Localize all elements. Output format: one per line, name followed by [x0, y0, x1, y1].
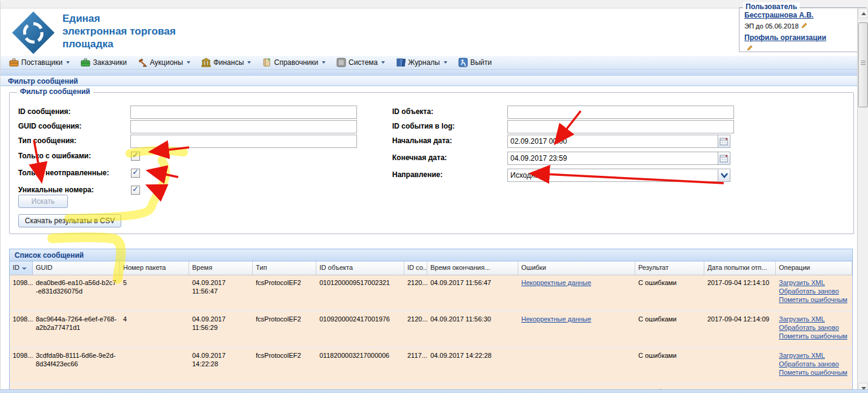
menu-item-system[interactable]: Система	[333, 56, 389, 69]
direction-combo-trigger[interactable]	[718, 169, 730, 182]
cell-time: 04.09.2017 11:56:47	[189, 275, 253, 311]
cell-type: fcsProtocolEF2	[253, 348, 316, 383]
only-errors-checkbox[interactable]	[131, 152, 140, 161]
window-top-strip	[1, 0, 868, 8]
user-cert-text: ЭП до 05.06.2018	[744, 22, 799, 30]
column-header-guid[interactable]: GUID	[33, 261, 120, 275]
cell-time: 04.09.2017 11:56:29	[189, 312, 253, 347]
cell-operations: Загрузить XMLОбработать зановоПометить о…	[776, 348, 852, 383]
cell-guid: 3cdfda9b-8111-6d6e-9e2d-8d34f423ec66	[33, 348, 120, 383]
chevron-down-icon	[381, 61, 385, 64]
table-row[interactable]: 1098... 3cdfda9b-8111-6d6e-9e2d-8d34f423…	[10, 348, 852, 385]
column-header-operations[interactable]: Операции	[776, 261, 852, 275]
mark-error-link[interactable]: Пометить ошибочным	[779, 295, 849, 304]
log-event-id-input[interactable]	[507, 120, 734, 133]
system-icon	[336, 58, 346, 67]
object-id-input[interactable]	[507, 106, 734, 119]
reprocess-link[interactable]: Обработать заново	[779, 323, 849, 332]
chevron-down-icon	[444, 61, 447, 64]
bottom-strip	[1, 389, 868, 393]
label-start-date: Начальная дата:	[392, 136, 452, 145]
mark-error-link[interactable]: Пометить ошибочным	[779, 368, 849, 377]
exit-icon	[458, 58, 468, 67]
edit-org-pencil-icon[interactable]	[746, 43, 753, 54]
reprocess-link[interactable]: Обработать заново	[779, 360, 849, 368]
label-message-id: ID сообщения:	[18, 107, 71, 116]
grid-title: Список сообщений	[10, 249, 852, 261]
edit-cert-pencil-icon[interactable]	[801, 21, 808, 32]
label-unique-numbers: Уникальные номера:	[18, 186, 94, 194]
column-header-end-time[interactable]: Время окончания...	[427, 261, 518, 275]
menu-item-auctions[interactable]: Аукционы	[134, 56, 194, 69]
page-header: Единая электронная торговая площадка Пол…	[1, 8, 868, 56]
load-xml-link[interactable]: Загрузить XML	[779, 315, 849, 323]
column-header-result[interactable]: Результат	[635, 261, 704, 275]
message-id-input[interactable]	[130, 106, 357, 119]
end-date-calendar-button[interactable]	[718, 152, 730, 165]
menu-item-finances[interactable]: Финансы	[198, 56, 255, 69]
scrollbar-thumb[interactable]	[858, 22, 868, 107]
column-header-attempt-date[interactable]: Дата попытки отп...	[704, 261, 776, 275]
cell-operations: Загрузить XMLОбработать зановоПометить о…	[776, 275, 852, 311]
start-date-calendar-button[interactable]	[718, 135, 730, 148]
cell-errors: Некорректные данные	[518, 275, 635, 311]
cell-time: 04.09.2017 14:22:28	[189, 348, 253, 383]
load-xml-link[interactable]: Загрузить XML	[779, 278, 849, 287]
menu-item-suppliers[interactable]: Поставщики	[5, 56, 73, 69]
gavel-icon	[138, 58, 147, 67]
brand-line3: площадка	[62, 38, 176, 50]
column-header-errors[interactable]: Ошибки	[518, 261, 635, 275]
error-link[interactable]: Некорректные данные	[521, 315, 591, 323]
column-header-type[interactable]: Тип	[253, 261, 316, 275]
unique-numbers-checkbox[interactable]	[131, 186, 140, 195]
menu-item-label: Выйти	[470, 58, 492, 67]
arrow-up-icon	[861, 12, 866, 15]
calendar-icon	[719, 137, 729, 146]
menu-item-exit[interactable]: Выйти	[455, 56, 496, 69]
message-type-input[interactable]	[130, 135, 357, 148]
org-profile-link[interactable]: Профиль организации	[744, 33, 826, 42]
label-only-unsent: Только неотправленные:	[18, 169, 109, 177]
page-title: Фильтр сообщений	[1, 76, 868, 86]
cell-id: 1098...	[10, 275, 33, 311]
column-header-id[interactable]: ID	[10, 261, 33, 275]
cell-operations: Загрузить XMLОбработать зановоПометить о…	[776, 312, 852, 347]
cell-object-id: 0109200002417001976	[316, 312, 404, 347]
journals-icon	[396, 58, 406, 67]
cell-guid: 8ac9644a-7264-e6ef-e768-a2b2a77471d1	[33, 312, 120, 347]
table-row[interactable]: 1098... dea0bed6-ea10-a56d-b2c7-e831d326…	[10, 275, 852, 312]
menu-item-journals[interactable]: Журналы	[392, 56, 450, 69]
menu-item-customers[interactable]: Заказчики	[77, 56, 130, 69]
reprocess-link[interactable]: Обработать заново	[779, 287, 849, 295]
brand-line1: Единая	[62, 12, 176, 25]
cell-packet: 4	[120, 312, 189, 347]
column-header-id-so[interactable]: ID со...	[404, 261, 427, 275]
mark-error-link[interactable]: Пометить ошибочным	[779, 332, 849, 340]
menu-item-label: Система	[349, 58, 378, 67]
user-box: Пользователь Бесстрашнова А.В. ЭП до 05.…	[739, 7, 866, 52]
chevron-down-icon	[247, 61, 251, 64]
error-link[interactable]: Некорректные данные	[521, 279, 591, 286]
briefcase-orange-icon	[9, 58, 19, 67]
etp-logo[interactable]	[10, 10, 56, 56]
vertical-scrollbar[interactable]	[857, 8, 868, 393]
download-csv-button[interactable]: Скачать результаты в CSV	[18, 214, 121, 227]
logo-diamond-icon	[10, 10, 56, 56]
end-date-input[interactable]	[507, 152, 718, 165]
column-header-object-id[interactable]: ID объекта	[316, 261, 404, 275]
column-header-time[interactable]: Время	[189, 261, 253, 275]
column-header-packet[interactable]: Номер пакета	[120, 261, 189, 275]
table-row[interactable]: 1098... 8ac9644a-7264-e6ef-e768-a2b2a774…	[10, 312, 852, 348]
user-name-link[interactable]: Бесстрашнова А.В.	[744, 11, 813, 19]
direction-combo-input[interactable]	[507, 169, 718, 182]
load-xml-link[interactable]: Загрузить XML	[779, 351, 849, 360]
scroll-up-button[interactable]	[858, 8, 868, 18]
cell-end-time: 04.09.2017 11:56:47	[427, 275, 518, 311]
menu-item-references[interactable]: Справочники	[258, 56, 329, 69]
only-unsent-checkbox[interactable]	[131, 169, 140, 178]
search-button[interactable]: Искать	[18, 195, 68, 208]
message-guid-input[interactable]	[130, 120, 357, 133]
start-date-input[interactable]	[507, 135, 718, 148]
cell-type: fcsProtocolEF2	[253, 312, 316, 347]
chevron-down-icon	[322, 61, 326, 64]
